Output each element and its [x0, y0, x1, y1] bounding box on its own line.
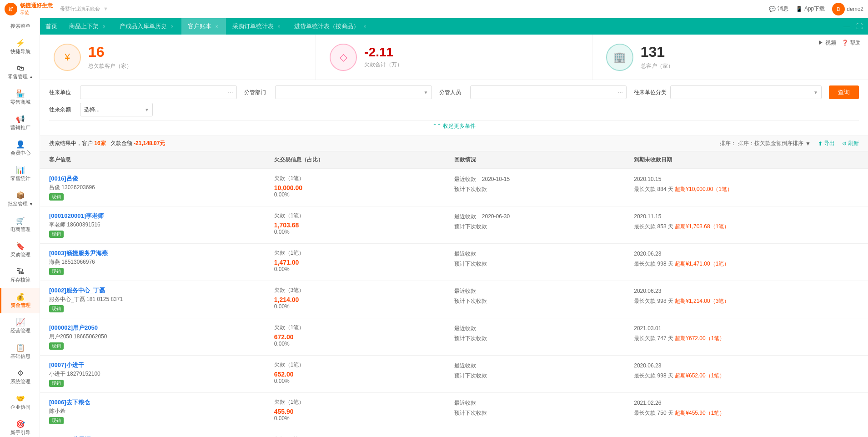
customer-name-link[interactable]: [0016]吕俊	[49, 175, 78, 182]
customer-name-link[interactable]: [0001020001]李老师	[49, 212, 104, 219]
debt-amount: 1,703.68	[274, 221, 454, 229]
tab-close-product-history[interactable]: ×	[170, 23, 175, 30]
customer-name-link[interactable]: [0003]畅捷服务尹海燕	[49, 250, 108, 256]
logo-area: 好 畅捷通好生意 示范	[5, 2, 53, 16]
overdue-detail-link[interactable]: 超期¥1,214.00（3笔）	[675, 298, 729, 304]
tab-close-stock-stats[interactable]: ×	[362, 23, 367, 30]
sidebar-item-capital-mgmt[interactable]: 💰 资金管理	[0, 288, 40, 313]
filter-category-input[interactable]	[670, 85, 822, 99]
sort-select[interactable]: 排序： 排序：按欠款金额倒序排序 ▼	[720, 140, 811, 147]
customer-name-link[interactable]: [000002]用户2050	[49, 324, 98, 331]
overdue-detail-link[interactable]: 超期¥10,000.00（1笔）	[675, 186, 733, 192]
sidebar-item-marketing[interactable]: 📢 营销推广	[0, 110, 40, 136]
view-video-button[interactable]: ▶ 视频	[818, 39, 836, 47]
last-payment: 最近收款 2020-06-30	[454, 212, 634, 222]
user-menu[interactable]: D demo2	[832, 3, 863, 15]
sidebar-item-retail-stats[interactable]: 📊 零售统计	[0, 161, 40, 186]
tab-product-listing[interactable]: 商品上下架 ×	[63, 18, 113, 35]
customer-phone: 李老师 18600391516	[49, 221, 274, 229]
sidebar-item-ops-mgmt[interactable]: 📈 经营管理	[0, 313, 40, 339]
overdue-detail-link[interactable]: 超期¥455.90（1笔）	[675, 410, 725, 416]
filter-manager-label: 分管人员	[439, 89, 467, 96]
last-payment: 最近收款	[454, 361, 634, 371]
filter-department-input[interactable]	[275, 85, 432, 99]
table-row: [0003]畅捷服务尹海燕 海燕 18513066976 现销 欠款（1笔） 1…	[40, 244, 868, 281]
last-payment: 最近收款	[454, 398, 634, 408]
overdue-days: 最长欠款 747 天 超期¥672.00（1笔）	[634, 334, 859, 344]
due-date: 2020.06.23	[634, 249, 859, 259]
overdue-detail-link[interactable]: 超期¥652.00（1笔）	[675, 372, 725, 379]
tab-home[interactable]: 首页	[40, 22, 63, 30]
message-button[interactable]: 💬 消息	[769, 5, 788, 13]
tab-product-history[interactable]: 产成品入库单历史 ×	[113, 18, 181, 35]
stat-icon-total-customers: 🏢	[606, 44, 633, 71]
debt-count: 欠款（3笔）	[274, 286, 454, 294]
table-row: [0001020001]李老师 李老师 18600391516 现销 欠款（1笔…	[40, 206, 868, 244]
table-row: [0002]服务中心_丁磊 服务中心_丁磊 181 0125 8371 现销 欠…	[40, 281, 868, 318]
debt-amount: 672.00	[274, 333, 454, 341]
customer-name-link[interactable]: [0002]服务中心_丁磊	[49, 287, 105, 294]
sidebar-item-quick-nav[interactable]: ⚡ 快捷导航	[0, 34, 40, 60]
refresh-button[interactable]: ↺ 刷新	[842, 140, 859, 147]
top-bar: 好 畅捷通好生意 示范 母婴行业演示账套 ▼ 💬 消息 📱 App下载 D de…	[0, 0, 868, 18]
stat-panel-actions: ▶ 视频 ❓ 帮助	[818, 39, 861, 47]
filter-balance: 往来余额 选择... ▼	[49, 103, 153, 116]
export-icon: ⬆	[818, 141, 823, 147]
sidebar-item-member[interactable]: 👤 会员中心	[0, 136, 40, 161]
debt-ratio: 0.00%	[274, 378, 454, 384]
tab-stock-stats[interactable]: 进货单统计表（按商品） ×	[288, 18, 374, 35]
table-row: [0006]去下粮仓 陈小希 现销 欠款（1笔） 455.90 0.00% 最近…	[40, 393, 868, 430]
help-button[interactable]: ❓ 帮助	[842, 39, 861, 47]
stat-icon-debt-customers: ¥	[54, 44, 81, 71]
filter-customer-unit-input[interactable]	[80, 85, 237, 99]
tab-close-purchase-order[interactable]: ×	[276, 23, 282, 30]
app-download-button[interactable]: 📱 App下载	[796, 5, 825, 13]
debt-ratio: 0.00%	[274, 415, 454, 422]
filter-category-label: 往来单位分类	[634, 89, 667, 96]
due-date: 2021.02.26	[634, 398, 859, 408]
overdue-detail-link[interactable]: 超期¥672.00（1笔）	[675, 335, 725, 342]
sidebar-item-inventory[interactable]: 🏗 库存核算	[0, 263, 40, 288]
tab-close-customer-account[interactable]: ×	[214, 23, 220, 30]
sidebar-item-system-mgmt[interactable]: ⚙ 系统管理	[0, 364, 40, 390]
sidebar-item-search[interactable]: 搜索菜单	[0, 18, 40, 34]
tab-expand-button[interactable]: ⛶	[854, 22, 864, 31]
due-date: 2020.10.15	[634, 175, 859, 185]
sidebar-item-batch-mgmt[interactable]: 📦 批发管理 ▼	[0, 186, 40, 212]
overdue-detail-link[interactable]: 超期¥1,703.68（1笔）	[675, 223, 729, 230]
sidebar-item-enterprise-collab[interactable]: 🤝 企业协同	[0, 390, 40, 415]
results-bar: 搜索结果中，客户 16家 欠款金额 -21,148.07元 排序： 排序：按欠款…	[40, 136, 868, 151]
sidebar: 搜索菜单 ⚡ 快捷导航 🛍 零售管理 ▲ 🏪 零售商城 📢 营销推广	[0, 18, 40, 437]
sidebar-item-basic-info[interactable]: 📋 基础信息	[0, 339, 40, 364]
sidebar-item-ecom-mgmt[interactable]: 🛒 电商管理	[0, 212, 40, 237]
debt-count: 欠款（1笔）	[274, 212, 454, 220]
export-button[interactable]: ⬆ 导出	[818, 140, 835, 147]
due-date: 2020.06.23	[634, 361, 859, 371]
customer-name-link[interactable]: [0006]去下粮仓	[49, 399, 90, 406]
overdue-detail-link[interactable]: 超期¥1,471.00（1笔）	[675, 261, 729, 267]
tab-minimize-button[interactable]: —	[842, 22, 852, 31]
data-table: 客户信息 欠交易信息（占比） 回款情况 到期未收款日期 [0016]吕俊 吕俊 …	[40, 151, 868, 437]
sidebar-item-newbie[interactable]: 🎯 新手引导	[0, 415, 40, 437]
collapse-filter-button[interactable]: ⌃⌃ 收起更多条件	[49, 120, 859, 132]
overdue-days: 最长欠款 998 天 超期¥1,214.00（3笔）	[634, 296, 859, 306]
filter-balance-select[interactable]: 选择...	[80, 103, 153, 116]
sidebar-item-purchase-mgmt[interactable]: 🔖 采购管理	[0, 237, 40, 263]
debt-info-col: 欠款（1笔） 455.90 0.00%	[274, 398, 454, 422]
sidebar-item-retail-mgmt[interactable]: 🛍 零售管理 ▲	[0, 60, 40, 85]
tab-purchase-order[interactable]: 采购订单统计表 ×	[226, 18, 288, 35]
search-button[interactable]: 查询	[829, 85, 859, 99]
filter-balance-label: 往来余额	[49, 106, 76, 114]
customer-phone: 小进干 18279152100	[49, 370, 274, 378]
col-header-recovery: 回款情况	[454, 156, 634, 164]
table-header: 客户信息 欠交易信息（占比） 回款情况 到期未收款日期	[40, 151, 868, 169]
tab-customer-account[interactable]: 客户账本 ×	[181, 18, 226, 35]
customer-name-link[interactable]: [0007]小进干	[49, 362, 84, 368]
filter-manager-input[interactable]	[470, 85, 627, 99]
due-date-col: 2020.06.23 最长欠款 998 天 超期¥1,471.00（1笔）	[634, 249, 859, 269]
sidebar-item-retail-mall[interactable]: 🏪 零售商城	[0, 85, 40, 110]
col-header-customer: 客户信息	[49, 156, 274, 164]
overdue-days: 最长欠款 998 天 超期¥1,471.00（1笔）	[634, 259, 859, 269]
customer-info-col: [0001020001]李老师 李老师 18600391516 现销	[49, 212, 274, 238]
tab-close-product-listing[interactable]: ×	[101, 23, 107, 30]
